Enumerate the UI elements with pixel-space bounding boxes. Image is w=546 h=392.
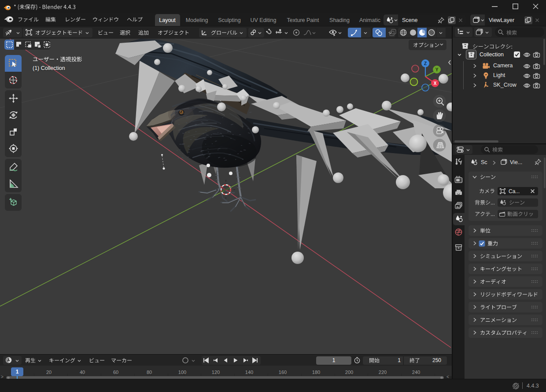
svg-text:X: X: [434, 81, 437, 86]
svg-text:Y: Y: [435, 67, 439, 72]
svg-text:Z: Z: [424, 61, 427, 66]
